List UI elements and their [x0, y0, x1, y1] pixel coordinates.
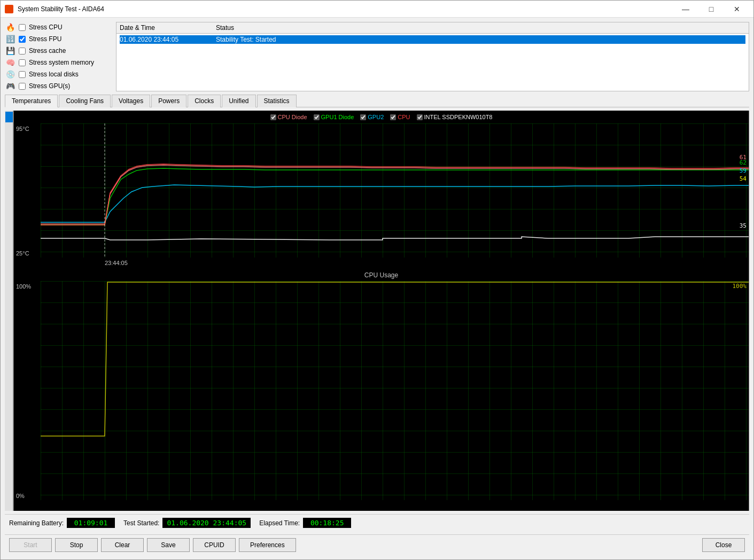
log-table: Date & Time Status 01.06.2020 23:44:05 S…	[116, 22, 749, 91]
tab-cooling-fans[interactable]: Cooling Fans	[59, 95, 111, 107]
cpu-y-max-label: 100%	[16, 283, 31, 290]
elapsed-time-value: 00:18:25	[303, 518, 351, 528]
tabs-section: Temperatures Cooling Fans Voltages Power…	[5, 95, 749, 107]
tab-temperatures[interactable]: Temperatures	[5, 95, 58, 107]
legend-intel-ssd-checkbox[interactable]	[417, 114, 423, 120]
top-section: 🔥 Stress CPU 🔢 Stress FPU 💾 Stress cache…	[5, 22, 749, 91]
cpu-y-min-label: 0%	[16, 493, 25, 499]
temp-legend: CPU Diode GPU1 Diode GPU2 CPU	[270, 114, 493, 120]
bottom-bar: Start Stop Clear Save CPUID Preferences …	[5, 534, 749, 555]
stress-fpu-item: 🔢 Stress FPU	[5, 34, 112, 44]
legend-gpu2-label: GPU2	[368, 114, 384, 120]
close-button[interactable]: Close	[702, 538, 745, 552]
gpu-icon: 🎮	[5, 82, 15, 90]
legend-gpu1-diode-label: GPU1 Diode	[321, 114, 354, 120]
stress-options: 🔥 Stress CPU 🔢 Stress FPU 💾 Stress cache…	[5, 22, 112, 91]
stress-cpu-label[interactable]: Stress CPU	[29, 24, 63, 31]
stress-cache-label[interactable]: Stress cache	[29, 47, 66, 55]
stress-disks-label[interactable]: Stress local disks	[29, 71, 79, 78]
temp-chart: CPU Diode GPU1 Diode GPU2 CPU	[14, 111, 749, 268]
main-window: System Stability Test - AIDA64 — □ ✕ 🔥 S…	[0, 0, 754, 560]
stress-memory-item: 🧠 Stress system memory	[5, 57, 112, 68]
cpu-value-100: 100%	[733, 282, 747, 290]
stop-button[interactable]: Stop	[55, 538, 98, 552]
test-started-value: 01.06.2020 23:44:05	[162, 518, 251, 528]
stress-gpu-checkbox[interactable]	[19, 83, 26, 90]
stress-disks-item: 💿 Stress local disks	[5, 69, 112, 80]
elapsed-time-item: Elapsed Time: 00:18:25	[259, 518, 351, 528]
cpu-icon: 🔥	[5, 23, 15, 32]
cpu-chart: CPU Usage 100% 0% 100%	[14, 268, 749, 511]
tab-statistics[interactable]: Statistics	[257, 95, 297, 107]
scrollbar-thumb[interactable]	[5, 112, 13, 122]
preferences-button[interactable]: Preferences	[239, 538, 296, 552]
stress-fpu-label[interactable]: Stress FPU	[29, 35, 61, 43]
temp-chart-svg	[41, 123, 749, 258]
legend-cpu-diode: CPU Diode	[270, 114, 307, 120]
log-col-status: Status	[216, 24, 745, 32]
start-button[interactable]: Start	[9, 538, 52, 552]
stress-cache-item: 💾 Stress cache	[5, 45, 112, 56]
content-area: 🔥 Stress CPU 🔢 Stress FPU 💾 Stress cache…	[1, 18, 753, 559]
elapsed-time-label: Elapsed Time:	[259, 519, 300, 527]
tab-unified[interactable]: Unified	[222, 95, 255, 107]
legend-cpu-checkbox[interactable]	[390, 114, 396, 120]
temp-value-62: 62	[740, 159, 747, 166]
temp-time-label: 23:44:05	[105, 260, 128, 266]
test-started-item: Test Started: 01.06.2020 23:44:05	[123, 518, 251, 528]
stress-gpu-label[interactable]: Stress GPU(s)	[29, 82, 70, 90]
log-row[interactable]: 01.06.2020 23:44:05 Stability Test: Star…	[120, 35, 745, 44]
log-body: 01.06.2020 23:44:05 Stability Test: Star…	[116, 34, 749, 45]
remaining-battery-label: Remaining Battery:	[9, 519, 64, 527]
remaining-battery-item: Remaining Battery: 01:09:01	[9, 518, 115, 528]
scrollbar[interactable]	[5, 111, 13, 511]
log-cell-date: 01.06.2020 23:44:05	[120, 36, 216, 43]
legend-gpu2: GPU2	[360, 114, 384, 120]
tabs-bar: Temperatures Cooling Fans Voltages Power…	[5, 95, 749, 107]
legend-cpu: CPU	[390, 114, 410, 120]
legend-gpu1-diode-checkbox[interactable]	[314, 114, 320, 120]
tab-powers[interactable]: Powers	[151, 95, 186, 107]
legend-gpu1-diode: GPU1 Diode	[314, 114, 354, 120]
stress-cpu-item: 🔥 Stress CPU	[5, 22, 112, 33]
cpuid-button[interactable]: CPUID	[193, 538, 236, 552]
legend-cpu-label: CPU	[398, 114, 410, 120]
app-icon	[5, 5, 13, 13]
legend-cpu-diode-checkbox[interactable]	[270, 114, 276, 120]
stress-disks-checkbox[interactable]	[19, 71, 26, 78]
test-started-label: Test Started:	[123, 519, 159, 527]
stress-fpu-checkbox[interactable]	[19, 36, 26, 43]
charts-with-scroll: CPU Diode GPU1 Diode GPU2 CPU	[5, 111, 749, 511]
legend-cpu-diode-label: CPU Diode	[278, 114, 307, 120]
stress-gpu-item: 🎮 Stress GPU(s)	[5, 81, 112, 91]
y-min-label: 25°C	[16, 250, 29, 256]
temp-value-59: 59	[740, 167, 747, 174]
minimize-button[interactable]: —	[673, 1, 698, 17]
tab-clocks[interactable]: Clocks	[188, 95, 221, 107]
charts-section: CPU Diode GPU1 Diode GPU2 CPU	[13, 111, 749, 511]
log-cell-status: Stability Test: Started	[216, 36, 745, 43]
cpu-chart-svg	[41, 281, 749, 500]
stress-cache-checkbox[interactable]	[19, 48, 26, 55]
fpu-icon: 🔢	[5, 35, 15, 43]
remaining-battery-value: 01:09:01	[67, 518, 115, 528]
log-header: Date & Time Status	[116, 22, 749, 34]
temp-value-54: 54	[740, 175, 747, 182]
legend-intel-ssd: INTEL SSDPEKNW010T8	[417, 114, 493, 120]
memory-icon: 🧠	[5, 58, 15, 67]
cache-icon: 💾	[5, 46, 15, 55]
stress-cpu-checkbox[interactable]	[19, 24, 26, 31]
stress-memory-checkbox[interactable]	[19, 59, 26, 66]
close-window-button[interactable]: ✕	[725, 1, 749, 17]
legend-gpu2-checkbox[interactable]	[360, 114, 366, 120]
clear-button[interactable]: Clear	[101, 538, 144, 552]
y-max-label: 95°C	[16, 126, 29, 132]
window-title: System Stability Test - AIDA64	[18, 5, 673, 13]
log-col-date: Date & Time	[120, 24, 216, 32]
save-button[interactable]: Save	[147, 538, 190, 552]
stress-memory-label[interactable]: Stress system memory	[29, 59, 94, 66]
window-controls: — □ ✕	[673, 1, 749, 17]
tab-voltages[interactable]: Voltages	[112, 95, 150, 107]
maximize-button[interactable]: □	[699, 1, 724, 17]
disks-icon: 💿	[5, 70, 15, 79]
